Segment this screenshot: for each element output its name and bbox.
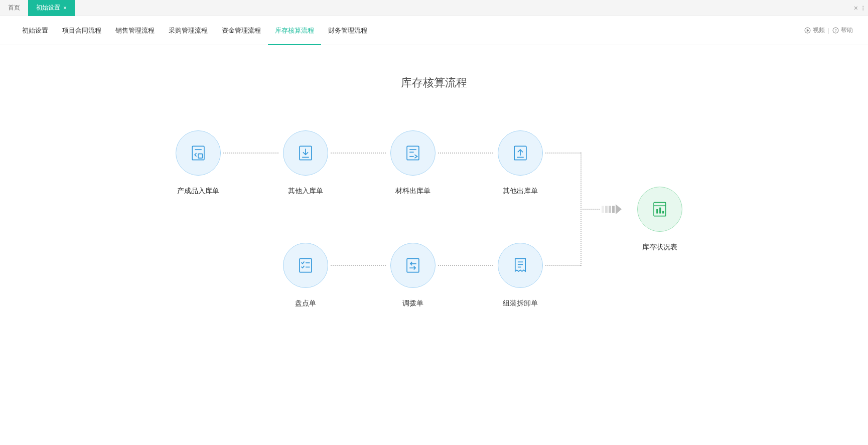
node-label: 材料出库单 bbox=[383, 187, 443, 196]
connector bbox=[545, 153, 581, 154]
node-circle[interactable] bbox=[283, 130, 328, 176]
top-tab-bar: 首页 初始设置 × × ⁝ bbox=[0, 0, 868, 16]
window-more-icon[interactable]: ⁝ bbox=[862, 4, 864, 12]
nav-finance-mgmt[interactable]: 财务管理流程 bbox=[321, 16, 374, 45]
top-right-controls: × ⁝ bbox=[854, 0, 864, 16]
page-title: 库存核算流程 bbox=[15, 75, 853, 90]
svg-rect-29 bbox=[659, 208, 661, 214]
connector bbox=[331, 153, 386, 154]
nav-right-links: 视频 | ? 帮助 bbox=[804, 26, 853, 35]
help-circle-icon: ? bbox=[832, 27, 839, 34]
doc-in-icon bbox=[190, 144, 207, 162]
node-circle[interactable] bbox=[390, 243, 436, 288]
nav-purchase-mgmt[interactable]: 采购管理流程 bbox=[162, 16, 215, 45]
svg-rect-30 bbox=[662, 211, 664, 213]
close-icon[interactable]: × bbox=[63, 5, 67, 12]
svg-rect-28 bbox=[656, 209, 658, 214]
node-label: 库存状况表 bbox=[630, 243, 690, 252]
node-label: 调拨单 bbox=[383, 299, 443, 308]
connector bbox=[438, 265, 493, 266]
node-label: 其他出库单 bbox=[490, 187, 550, 196]
checklist-icon bbox=[297, 257, 314, 274]
upload-doc-icon bbox=[512, 144, 529, 162]
nav-tab-bar: 初始设置 项目合同流程 销售管理流程 采购管理流程 资金管理流程 库存核算流程 … bbox=[0, 16, 868, 45]
connector bbox=[331, 265, 386, 266]
node-circle[interactable] bbox=[637, 187, 682, 232]
nav-initial-settings[interactable]: 初始设置 bbox=[15, 16, 55, 45]
node-finished-goods-in: 产成品入库单 bbox=[168, 130, 228, 196]
node-circle[interactable] bbox=[498, 243, 543, 288]
tab-label: 初始设置 bbox=[36, 4, 60, 12]
nav-project-contract[interactable]: 项目合同流程 bbox=[55, 16, 108, 45]
node-inventory-check: 盘点单 bbox=[275, 243, 336, 308]
tab-home[interactable]: 首页 bbox=[0, 0, 28, 16]
nav-inventory-accounting[interactable]: 库存核算流程 bbox=[268, 16, 321, 45]
content-area: 库存核算流程 产成品入库单 其他入库单 材料出库单 其他出库单 bbox=[0, 45, 868, 371]
svg-rect-17 bbox=[300, 258, 312, 272]
node-circle[interactable] bbox=[498, 130, 543, 176]
connector bbox=[223, 153, 278, 154]
list-arrow-icon bbox=[404, 144, 421, 162]
node-circle[interactable] bbox=[176, 130, 221, 176]
nav-sales-mgmt[interactable]: 销售管理流程 bbox=[108, 16, 162, 45]
node-label: 组装拆卸单 bbox=[490, 299, 550, 308]
connector bbox=[545, 265, 581, 266]
flow-diagram: 产成品入库单 其他入库单 材料出库单 其他出库单 盘点单 bbox=[168, 130, 700, 351]
connector bbox=[581, 209, 600, 210]
svg-rect-20 bbox=[407, 258, 419, 272]
receipt-icon bbox=[512, 257, 529, 274]
node-assembly: 组装拆卸单 bbox=[490, 243, 550, 308]
window-close-icon[interactable]: × bbox=[854, 4, 858, 12]
help-link[interactable]: ? 帮助 bbox=[832, 26, 853, 35]
node-transfer: 调拨单 bbox=[383, 243, 443, 308]
svg-text:?: ? bbox=[834, 28, 836, 33]
svg-marker-1 bbox=[807, 29, 808, 31]
node-other-in: 其他入库单 bbox=[275, 130, 336, 196]
video-link[interactable]: 视频 bbox=[804, 26, 825, 35]
tab-initial-settings[interactable]: 初始设置 × bbox=[28, 0, 75, 16]
flow-arrow-icon bbox=[602, 204, 622, 214]
node-material-out: 材料出库单 bbox=[383, 130, 443, 196]
separator: | bbox=[828, 27, 829, 34]
node-other-out: 其他出库单 bbox=[490, 130, 550, 196]
connector bbox=[438, 153, 493, 154]
play-circle-icon bbox=[804, 27, 811, 34]
node-circle[interactable] bbox=[283, 243, 328, 288]
node-inventory-status-report: 库存状况表 bbox=[630, 187, 690, 252]
node-label: 盘点单 bbox=[275, 299, 336, 308]
transfer-icon bbox=[404, 257, 421, 274]
report-chart-icon bbox=[651, 201, 668, 218]
nav-funds-mgmt[interactable]: 资金管理流程 bbox=[215, 16, 268, 45]
node-label: 产成品入库单 bbox=[168, 187, 228, 196]
svg-rect-6 bbox=[198, 154, 203, 159]
svg-rect-10 bbox=[407, 146, 419, 160]
download-doc-icon bbox=[297, 144, 314, 162]
node-circle[interactable] bbox=[390, 130, 436, 176]
node-label: 其他入库单 bbox=[275, 187, 336, 196]
